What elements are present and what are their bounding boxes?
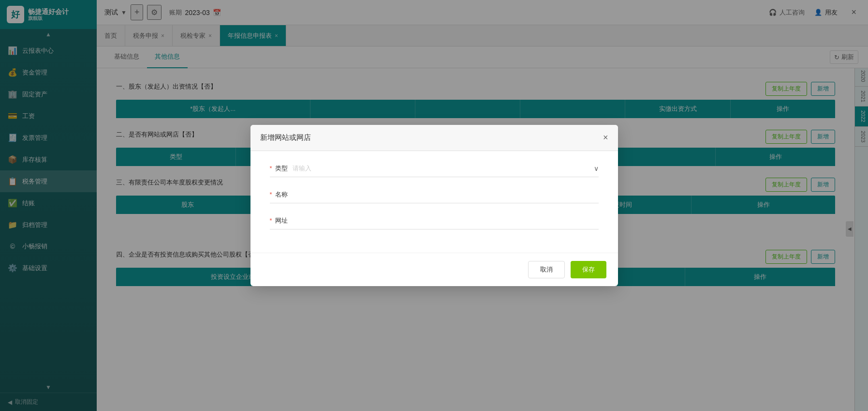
form-name-input-row: * 名称 bbox=[270, 189, 599, 203]
modal-add-website: 新增网站或网店 × * 类型 ∨ * 名称 bbox=[250, 125, 618, 286]
form-url-row: * 网址 bbox=[270, 215, 599, 229]
type-dropdown-icon[interactable]: ∨ bbox=[594, 165, 599, 172]
type-label: 类型 bbox=[275, 164, 288, 173]
form-url-input-row: * 网址 bbox=[270, 215, 599, 229]
form-name-row: * 名称 bbox=[270, 189, 599, 203]
url-input[interactable] bbox=[293, 215, 599, 226]
name-required-marker: * bbox=[270, 191, 272, 198]
save-button[interactable]: 保存 bbox=[571, 261, 606, 278]
type-required-marker: * bbox=[270, 165, 272, 172]
modal-title: 新增网站或网店 bbox=[260, 133, 311, 142]
form-type-input-row: * 类型 ∨ bbox=[270, 163, 599, 177]
modal-body: * 类型 ∨ * 名称 * 网址 bbox=[250, 151, 618, 253]
name-input[interactable] bbox=[293, 189, 599, 200]
modal-footer: 取消 保存 bbox=[250, 253, 618, 286]
url-required-marker: * bbox=[270, 217, 272, 224]
cancel-button[interactable]: 取消 bbox=[528, 261, 565, 278]
modal-header: 新增网站或网店 × bbox=[250, 125, 618, 151]
modal-close-button[interactable]: × bbox=[603, 133, 608, 143]
form-type-row: * 类型 ∨ bbox=[270, 163, 599, 177]
modal-overlay[interactable]: 新增网站或网店 × * 类型 ∨ * 名称 bbox=[0, 0, 868, 411]
url-label: 网址 bbox=[275, 216, 288, 225]
type-input[interactable] bbox=[293, 163, 594, 174]
name-label: 名称 bbox=[275, 190, 288, 199]
